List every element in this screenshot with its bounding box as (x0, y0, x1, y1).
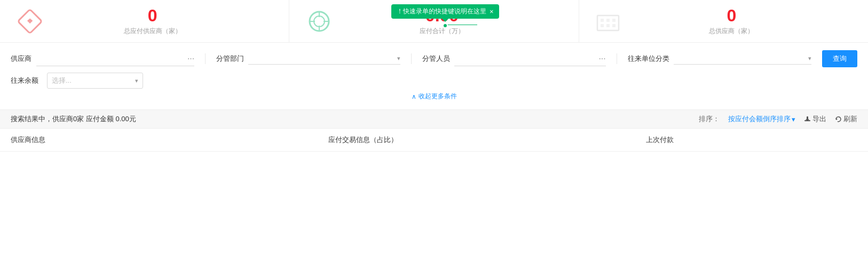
sort-label: 排序： (699, 114, 720, 124)
sep1 (205, 53, 206, 64)
export-icon (804, 116, 811, 123)
svg-rect-14 (612, 24, 616, 27)
category-input[interactable]: ▾ (674, 53, 811, 65)
collapse-button[interactable]: ∧ 收起更多条件 (412, 92, 457, 101)
stat-block-payable-total: 0.00 应付合计（万） ！快速录单的快捷键说明在这里 × (289, 0, 579, 42)
balance-label: 往来余额 (11, 76, 43, 85)
collapse-label: 收起更多条件 (419, 92, 457, 101)
refresh-button[interactable]: 刷新 (835, 114, 857, 124)
manager-dots-btn[interactable]: ··· (598, 54, 605, 64)
stat-label-total-suppliers: 总供应商（家） (709, 27, 754, 36)
balance-select[interactable]: 选择... ▾ (47, 73, 143, 89)
svg-rect-13 (606, 24, 610, 27)
top-stats-bar: ❖ 0 总应付供应商（家） 0.00 应付合计（万） ！快速录单的快捷键说明在这… (0, 0, 868, 43)
manager-label: 分管人员 (422, 54, 450, 64)
shortcut-tooltip: ！快速录单的快捷键说明在这里 × (391, 4, 499, 19)
search-row-1: 供应商 ··· 分管部门 ▾ 分管人员 ··· 往来单位分类 ▾ (11, 50, 857, 67)
balance-placeholder: 选择... (52, 76, 72, 85)
export-button[interactable]: 导出 (804, 114, 826, 124)
stat-number-payable-suppliers: 0 (124, 6, 182, 25)
stat-label-payable-suppliers: 总应付供应商（家） (124, 27, 182, 36)
sort-value: 按应付会额倒序排序 (728, 114, 791, 124)
tooltip-text: ！快速录单的快捷键说明在这里 (397, 7, 486, 16)
svg-rect-8 (597, 15, 619, 30)
category-label: 往来单位分类 (628, 54, 669, 64)
department-field: 分管部门 ▾ (216, 53, 400, 65)
stat-number-total-suppliers: 0 (709, 6, 754, 25)
stat-block-total-suppliers: 0 总供应商（家） (579, 0, 868, 42)
stat-label-payable-total: 应付合计（万） (420, 27, 464, 36)
svg-text:❖: ❖ (27, 17, 33, 25)
refresh-label: 刷新 (843, 114, 857, 124)
sort-arrow-icon: ▾ (792, 115, 795, 123)
col-lastpay-header: 上次付款 (646, 135, 858, 145)
manager-input[interactable]: ··· (454, 52, 606, 66)
department-arrow-icon: ▾ (397, 55, 400, 62)
table-header: 供应商信息 应付交易信息（占比） 上次付款 (0, 129, 868, 152)
supplier-field: 供应商 ··· (11, 52, 194, 66)
results-bar: 搜索结果中，供应商0家 应付金额 0.00元 排序： 按应付会额倒序排序 ▾ 导… (0, 110, 868, 129)
department-label: 分管部门 (216, 54, 244, 64)
candy-icon (305, 7, 333, 35)
supplier-input[interactable]: ··· (36, 52, 194, 66)
sort-select[interactable]: 按应付会额倒序排序 ▾ (728, 114, 795, 124)
refresh-icon (835, 116, 842, 123)
search-row-2: 往来余额 选择... ▾ (11, 73, 857, 89)
search-area: 供应商 ··· 分管部门 ▾ 分管人员 ··· 往来单位分类 ▾ (0, 43, 868, 110)
svg-marker-18 (836, 118, 838, 120)
table-body (0, 152, 868, 275)
department-input[interactable]: ▾ (248, 53, 400, 65)
results-summary: 搜索结果中，供应商0家 应付金额 0.00元 (11, 114, 136, 124)
collapse-row: ∧ 收起更多条件 (11, 90, 857, 105)
query-button[interactable]: 查询 (822, 50, 857, 67)
supplier-label: 供应商 (11, 54, 32, 64)
collapse-up-icon: ∧ (412, 93, 416, 100)
export-label: 导出 (812, 114, 826, 124)
results-actions: 排序： 按应付会额倒序排序 ▾ 导出 刷新 (699, 114, 857, 124)
sep3 (617, 53, 617, 64)
col-supplier-header: 供应商信息 (11, 135, 328, 145)
svg-rect-10 (606, 19, 610, 22)
svg-rect-12 (601, 24, 604, 27)
manager-field: 分管人员 ··· (422, 52, 606, 66)
col-transaction-header: 应付交易信息（占比） (328, 135, 646, 145)
supplier-dots-btn[interactable]: ··· (187, 54, 194, 64)
svg-rect-9 (601, 19, 604, 22)
svg-rect-11 (612, 19, 616, 22)
svg-point-3 (314, 16, 325, 27)
category-field: 往来单位分类 ▾ (628, 53, 811, 65)
sep2 (411, 53, 412, 64)
stat-block-payable-suppliers: ❖ 0 总应付供应商（家） (0, 0, 289, 42)
category-arrow-icon: ▾ (808, 55, 811, 62)
tooltip-close-btn[interactable]: × (490, 8, 494, 15)
balance-arrow-icon: ▾ (135, 77, 138, 84)
building-icon (595, 10, 621, 33)
diamond-icon: ❖ (16, 7, 44, 35)
